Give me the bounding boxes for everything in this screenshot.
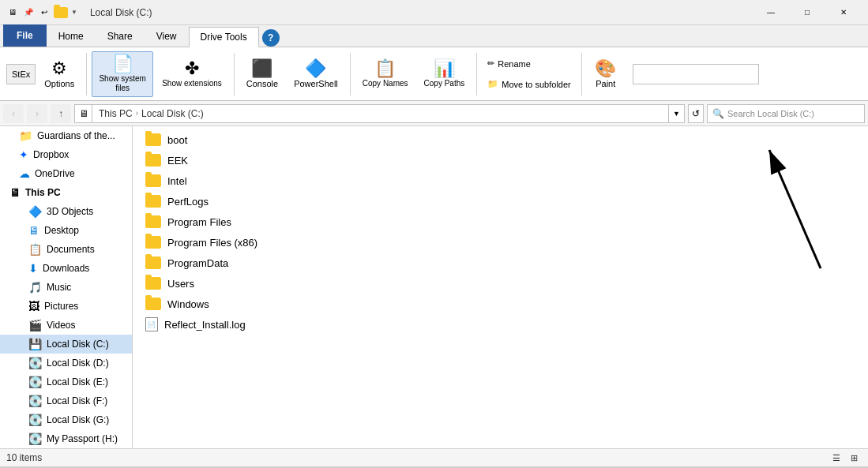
view-detail-button[interactable]: ☰ <box>829 451 844 465</box>
rename-icon: ✏ <box>487 58 494 69</box>
address-path[interactable]: This PC › Local Disk (C:) <box>92 104 669 123</box>
maximize-button[interactable]: □ <box>789 0 825 25</box>
sidebar-item-label: Local Disk (C:) <box>47 339 109 350</box>
sidebar-item-label: Guardians of the... <box>37 130 115 141</box>
folder-icon: 📁 <box>19 129 32 142</box>
separator-1 <box>86 53 87 95</box>
folder-icon <box>145 236 161 249</box>
sidebar-item-local-f[interactable]: 💽 Local Disk (F:) <box>0 391 132 410</box>
file-item[interactable]: 📄Reflect_Install.log <box>133 314 868 335</box>
paint-button[interactable]: 🎨 Paint <box>587 51 625 97</box>
file-name: Program Files (x86) <box>167 237 257 249</box>
sidebar-item-local-g[interactable]: 💽 Local Disk (G:) <box>0 410 132 429</box>
back-button[interactable]: ‹ <box>3 104 24 123</box>
title-bar: 🖥 📌 ↩ ▼ Local Disk (C:) — □ ✕ <box>0 0 868 25</box>
sidebar-item-documents[interactable]: 📋 Documents <box>0 240 132 259</box>
separator-3 <box>350 53 351 95</box>
move-to-subfolder-button[interactable]: 📁 Move to subfolder <box>482 75 576 94</box>
copy-names-icon: 📋 <box>374 60 396 77</box>
powershell-button[interactable]: 🔷 PowerShell <box>287 51 345 97</box>
onedrive-icon: ☁ <box>19 167 30 180</box>
sidebar-item-label: Dropbox <box>33 149 69 160</box>
view-list-button[interactable]: ⊞ <box>846 451 862 465</box>
sidebar-item-onedrive[interactable]: ☁ OneDrive <box>0 164 132 183</box>
path-icon: 🖥 <box>74 104 92 123</box>
file-item[interactable]: boot <box>133 129 868 150</box>
path-chevron-1: › <box>136 109 138 118</box>
sidebar-item-pictures[interactable]: 🖼 Pictures <box>0 297 132 316</box>
folder-icon <box>145 277 161 290</box>
sidebar-item-label: Pictures <box>44 301 78 312</box>
options-button[interactable]: ⚙ Options <box>37 51 81 97</box>
sidebar-item-label: 3D Objects <box>47 206 93 217</box>
stex-button[interactable]: StEx <box>6 64 36 84</box>
sidebar-item-this-pc[interactable]: 🖥 This PC <box>0 183 132 202</box>
sidebar-item-downloads[interactable]: ⬇ Downloads <box>0 259 132 278</box>
tab-drive-tools[interactable]: Drive Tools <box>189 27 259 47</box>
sidebar-item-label: Videos <box>47 320 75 331</box>
status-bar-top: 10 items ☰ ⊞ <box>0 448 868 467</box>
sidebar-item-dropbox[interactable]: ✦ Dropbox <box>0 145 132 164</box>
file-item[interactable]: Intel <box>133 170 868 191</box>
item-count: 10 items <box>6 452 42 463</box>
ribbon-search-input[interactable] <box>633 64 759 84</box>
copy-paths-button[interactable]: 📊 Copy Paths <box>417 51 472 97</box>
minimize-button[interactable]: — <box>753 0 789 25</box>
file-name: Program Files <box>167 216 231 228</box>
show-extensions-button[interactable]: ✤ Show extensions <box>155 51 229 97</box>
console-button[interactable]: ⬛ Console <box>239 51 285 97</box>
forward-button[interactable]: › <box>27 104 47 123</box>
sidebar-item-label: Desktop <box>44 225 79 236</box>
tab-view[interactable]: View <box>145 26 189 47</box>
sidebar-item-3d-objects[interactable]: 🔷 3D Objects <box>0 202 132 221</box>
file-item[interactable]: Users <box>133 273 868 294</box>
file-item[interactable]: PerfLogs <box>133 191 868 212</box>
documents-icon: 📋 <box>28 243 42 256</box>
rename-move-group: ✏ Rename 📁 Move to subfolder <box>482 54 576 94</box>
console-icon: ⬛ <box>251 60 272 77</box>
rename-button[interactable]: ✏ Rename <box>482 54 576 73</box>
sidebar-item-local-d[interactable]: 💽 Local Disk (D:) <box>0 354 132 373</box>
path-local-disk: Local Disk (C:) <box>141 108 204 119</box>
address-dropdown[interactable]: ▼ <box>669 104 685 123</box>
tab-home[interactable]: Home <box>47 26 96 47</box>
sidebar-item-music[interactable]: 🎵 Music <box>0 278 132 297</box>
copy-paths-icon: 📊 <box>434 60 455 77</box>
sidebar-item-desktop[interactable]: 🖥 Desktop <box>0 221 132 240</box>
file-item[interactable]: ProgramData <box>133 253 868 273</box>
extensions-icon: ✤ <box>185 60 199 77</box>
tab-file[interactable]: File <box>3 24 47 47</box>
dropbox-icon: ✦ <box>19 148 28 161</box>
show-system-files-button[interactable]: 📄 Show system files <box>92 51 153 97</box>
title-dropdown[interactable]: ▼ <box>71 9 77 16</box>
file-item[interactable]: Windows <box>133 294 868 314</box>
file-item[interactable]: Program Files <box>133 212 868 232</box>
sidebar-item-label: Local Disk (F:) <box>47 395 107 406</box>
folder-icon <box>145 154 161 167</box>
sidebar-item-passport[interactable]: 💽 My Passport (H:) <box>0 429 132 448</box>
file-item[interactable]: Program Files (x86) <box>133 232 868 253</box>
tab-share[interactable]: Share <box>96 26 145 47</box>
file-item[interactable]: EEK <box>133 150 868 170</box>
sidebar: 📁 Guardians of the... ✦ Dropbox ☁ OneDri… <box>0 126 133 448</box>
close-button[interactable]: ✕ <box>825 0 862 25</box>
up-button[interactable]: ↑ <box>51 104 71 123</box>
sidebar-item-guardians[interactable]: 📁 Guardians of the... <box>0 126 132 145</box>
sidebar-item-local-c[interactable]: 💾 Local Disk (C:) <box>0 335 132 354</box>
file-name: Intel <box>167 175 187 187</box>
sidebar-item-local-e[interactable]: 💽 Local Disk (E:) <box>0 373 132 391</box>
file-name: Users <box>167 278 194 290</box>
copy-names-button[interactable]: 📋 Copy Names <box>355 51 415 97</box>
sidebar-item-label: This PC <box>25 187 61 198</box>
pictures-icon: 🖼 <box>28 300 39 313</box>
folder-icon <box>145 133 161 146</box>
disk-c-icon: 💾 <box>28 338 42 350</box>
sidebar-item-videos[interactable]: 🎬 Videos <box>0 316 132 335</box>
refresh-button[interactable]: ↺ <box>688 104 704 123</box>
help-icon[interactable]: ? <box>262 29 280 47</box>
window-controls: — □ ✕ <box>753 0 862 25</box>
music-icon: 🎵 <box>28 281 42 294</box>
search-box[interactable]: 🔍 Search Local Disk (C:) <box>707 104 865 123</box>
folder-icon <box>145 298 161 310</box>
disk-g-icon: 💽 <box>28 414 42 426</box>
